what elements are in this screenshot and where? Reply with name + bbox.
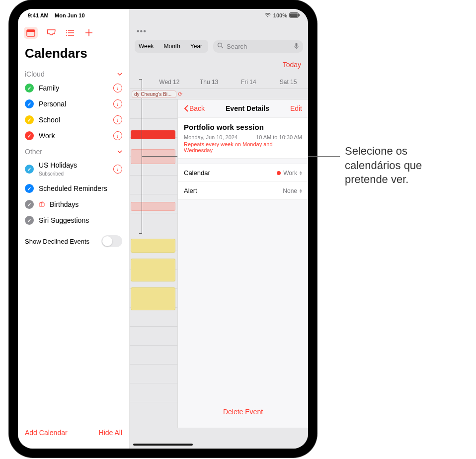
section-label: iCloud	[25, 70, 45, 78]
day-label: Thu 13	[189, 79, 229, 86]
section-header-other[interactable]: Other	[18, 144, 129, 158]
status-left: 9:41 AM Mon Jun 10	[28, 12, 85, 18]
show-declined-toggle[interactable]	[101, 235, 122, 247]
event-details-panel: Back Event Details Edit Portfolio work s…	[177, 99, 308, 428]
calendar-row-work[interactable]: ✓ Work i	[18, 128, 129, 144]
details-header: Back Event Details Edit	[178, 99, 308, 117]
alert-select-row[interactable]: Alert None ▴▾	[178, 182, 308, 200]
allday-row: dy Cheung's Bi... ⟳	[130, 89, 308, 99]
seg-week[interactable]: Week	[136, 41, 159, 52]
svg-rect-4	[27, 30, 35, 32]
seg-month[interactable]: Month	[159, 41, 185, 52]
section-label: Other	[25, 148, 42, 156]
calendar-row-school[interactable]: ✓ School i	[18, 112, 129, 128]
mic-icon[interactable]	[294, 42, 299, 51]
calendar-row-family[interactable]: ✓ Family i	[18, 80, 129, 96]
sidebar-title: Calendars	[18, 44, 129, 66]
status-bar: 9:41 AM Mon Jun 10 100%	[18, 9, 308, 20]
seg-year[interactable]: Year	[185, 41, 207, 52]
event-meta: Monday, Jun 10, 2024 10 AM to 10:30 AM	[184, 134, 302, 140]
info-icon[interactable]: i	[113, 165, 122, 174]
chevron-down-icon	[117, 148, 122, 155]
info-icon[interactable]: i	[113, 131, 122, 140]
event-block[interactable]	[131, 287, 175, 310]
event-date: Monday, Jun 10, 2024	[184, 134, 238, 140]
status-right: 100%	[264, 12, 300, 19]
checkmark-icon: ✓	[25, 84, 34, 92]
updown-icon: ▴▾	[300, 171, 302, 176]
calendar-subtext: Subscribed	[39, 171, 64, 177]
add-calendar-button[interactable]: Add Calendar	[25, 429, 68, 437]
more-icon[interactable]: •••	[135, 27, 149, 36]
battery-text: 100%	[273, 12, 287, 18]
calendar-label: Siri Suggestions	[39, 216, 122, 224]
info-icon[interactable]: i	[113, 99, 122, 108]
calendar-row-us-holidays[interactable]: ✓ US Holidays Subscribed i	[18, 158, 129, 181]
svg-line-16	[222, 47, 223, 48]
dot-icon	[277, 171, 281, 175]
info-icon[interactable]: i	[113, 115, 122, 124]
calendar-row-siri-suggestions[interactable]: ✓ Siri Suggestions	[18, 212, 129, 228]
svg-point-15	[218, 43, 222, 47]
allday-event[interactable]: dy Cheung's Bi...	[132, 91, 176, 98]
status-date: Mon Jun 10	[55, 12, 85, 18]
row-label: Calendar	[184, 169, 210, 177]
calendar-select-row[interactable]: Calendar Work ▴▾	[178, 164, 308, 182]
updown-icon: ▴▾	[300, 188, 302, 193]
calendar-row-birthdays[interactable]: ✓ Birthdays	[18, 196, 129, 212]
calendar-label: Family	[39, 84, 108, 92]
screen: 9:41 AM Mon Jun 10 100%	[18, 9, 308, 449]
calendars-sidebar: Calendars iCloud ✓ Family i ✓ Personal i…	[18, 9, 130, 449]
ipad-frame: 9:41 AM Mon Jun 10 100%	[9, 0, 317, 458]
event-block[interactable]	[131, 130, 175, 139]
home-indicator[interactable]	[133, 444, 193, 446]
edit-button[interactable]: Edit	[290, 104, 302, 112]
main-toolbar: •••	[130, 24, 308, 40]
sidebar-footer: Add Calendar Hide All	[18, 422, 129, 449]
event-block[interactable]	[131, 149, 175, 164]
back-button[interactable]: Back	[184, 104, 205, 112]
day-label: Fri 14	[229, 79, 269, 86]
list-icon[interactable]	[65, 27, 76, 38]
calendar-label: US Holidays Subscribed	[39, 161, 108, 177]
day-label: Sat 15	[268, 79, 308, 86]
chevron-down-icon	[117, 71, 122, 78]
calendar-label: Work	[39, 132, 108, 140]
calendar-row-personal[interactable]: ✓ Personal i	[18, 96, 129, 112]
details-title: Event Details	[226, 104, 269, 112]
calendar-main: ••• Week Month Year Search	[130, 9, 308, 449]
calendar-label: School	[39, 116, 108, 124]
calendar-view-icon[interactable]	[24, 27, 38, 39]
view-segment[interactable]: Week Month Year	[135, 40, 208, 53]
show-declined-toggle-row: Show Declined Events	[18, 228, 129, 254]
hide-all-button[interactable]: Hide All	[99, 429, 122, 437]
calendar-label: Birthdays	[50, 200, 122, 208]
gift-icon	[39, 201, 45, 208]
calendar-value: Work	[283, 170, 297, 177]
callout-text: Selecione os calendários que pretende ve…	[345, 144, 464, 187]
checkmark-icon: ✓	[25, 184, 34, 193]
svg-rect-1	[290, 13, 298, 17]
event-repeat: Repeats every week on Monday and Wednesd…	[184, 141, 302, 153]
section-header-icloud[interactable]: iCloud	[18, 66, 129, 80]
event-block[interactable]	[131, 202, 175, 211]
checkmark-icon: ✓	[25, 165, 34, 174]
svg-rect-17	[296, 43, 298, 47]
days-header: Wed 12 Thu 13 Fri 14 Sat 15	[130, 69, 308, 89]
delete-event-button[interactable]: Delete Event	[178, 408, 308, 416]
row-value: None ▴▾	[283, 187, 302, 194]
alert-value: None	[283, 187, 297, 194]
event-time: 10 AM to 10:30 AM	[256, 134, 302, 140]
event-block[interactable]	[131, 239, 175, 253]
day-label: Wed 12	[150, 79, 189, 86]
row-label: Alert	[184, 187, 197, 194]
inbox-icon[interactable]	[46, 27, 57, 38]
search-field[interactable]: Search	[213, 40, 303, 53]
add-icon[interactable]	[83, 27, 94, 38]
calendar-name: US Holidays	[39, 161, 77, 169]
svg-point-10	[66, 35, 67, 36]
info-icon[interactable]: i	[113, 84, 122, 92]
event-block[interactable]	[131, 259, 175, 281]
today-button[interactable]: Today	[130, 56, 308, 69]
calendar-row-scheduled-reminders[interactable]: ✓ Scheduled Reminders	[18, 181, 129, 196]
